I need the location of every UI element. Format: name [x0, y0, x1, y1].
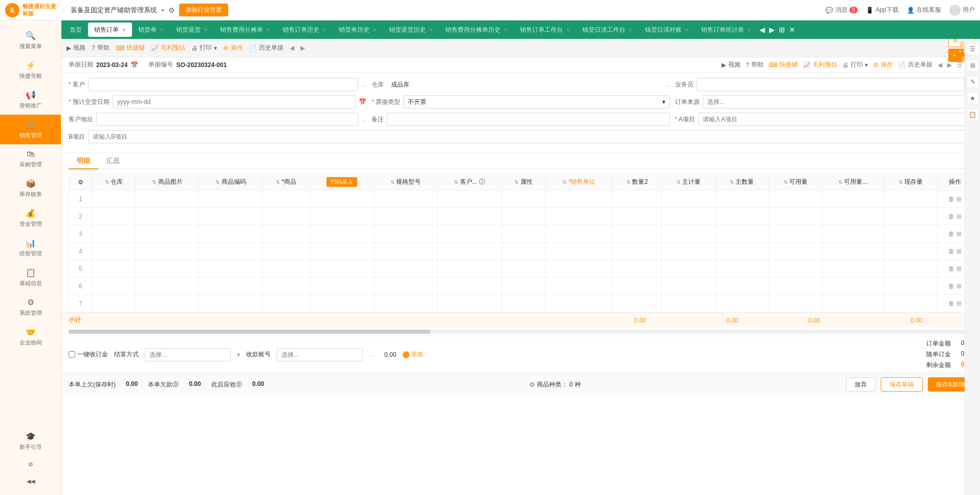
tab-sales-invoice-history[interactable]: 销货单历史 ✕ — [333, 23, 383, 37]
row-4-goods[interactable] — [263, 243, 310, 260]
col-main-qty-header[interactable]: ⇅ 主数量 — [715, 174, 768, 190]
row-4-attr[interactable] — [502, 243, 546, 260]
tab-close-sales-workbench[interactable]: ✕ — [566, 27, 570, 33]
row-5-unit[interactable] — [546, 260, 613, 277]
tab-close-all-btn[interactable]: ✕ — [787, 26, 797, 34]
tab-close-sales-return[interactable]: ✕ — [204, 27, 208, 33]
sidebar-item-sales[interactable]: 🛒 销售管理 — [0, 115, 61, 144]
row-4-main-unit[interactable] — [662, 243, 715, 260]
tab-detail[interactable]: 明细 — [69, 153, 98, 169]
row-3-qty2[interactable] — [613, 225, 662, 243]
tab-expand-btn[interactable]: ⊞ — [777, 26, 787, 34]
tab-sales-return[interactable]: 销货退货 ✕ — [170, 23, 214, 37]
col-customer-code-header[interactable]: ⇅ 客户... ⓘ — [437, 174, 502, 190]
sidebar-item-inventory[interactable]: 📦 库存核算 — [0, 174, 61, 203]
sidebar-item-newbie[interactable]: 🎓 新手引导 — [0, 426, 61, 456]
right-panel-layout-btn[interactable]: ☰ — [967, 43, 979, 55]
row-3-warehouse[interactable] — [92, 225, 136, 243]
col-warehouse-header[interactable]: ⇅ 仓库 — [92, 174, 136, 190]
row-5-available2[interactable] — [822, 260, 884, 277]
row-4-code[interactable] — [199, 243, 263, 260]
user-item[interactable]: 用户 — [949, 5, 975, 16]
tab-sales-order-history[interactable]: 销售订单历史 ✕ — [276, 23, 333, 37]
row-3-unit[interactable] — [546, 225, 613, 243]
right-panel-star-btn[interactable]: ★ — [967, 92, 979, 104]
row-4-unit[interactable] — [546, 243, 613, 260]
row-6-stock[interactable] — [884, 277, 937, 295]
row-5-customer-code[interactable] — [437, 260, 502, 277]
col-settings-header[interactable]: ⚙ — [69, 174, 92, 190]
row-4-qty2[interactable] — [613, 243, 662, 260]
tab-next-btn[interactable]: ▶ — [767, 26, 777, 34]
row-1-unit[interactable] — [546, 190, 613, 208]
account-input[interactable] — [277, 348, 363, 361]
sidebar-item-marketing[interactable]: 📢 营销推广 — [0, 85, 61, 115]
row-6-main-unit[interactable] — [662, 277, 715, 295]
row-5-qty2[interactable] — [613, 260, 662, 277]
row-7-code[interactable] — [199, 295, 263, 312]
save-draft-button[interactable]: 保存草稿 — [881, 377, 923, 392]
row-6-code[interactable] — [199, 277, 263, 295]
tab-sales-order[interactable]: 销售订单 ✕ — [88, 23, 132, 37]
row-6-main-qty[interactable] — [715, 277, 768, 295]
row-6-qty2[interactable] — [613, 277, 662, 295]
payment-method-dropdown[interactable]: ▾ — [237, 351, 240, 358]
row-6-attr[interactable] — [502, 277, 546, 295]
right-panel-edit-btn[interactable]: ✎ — [967, 76, 979, 88]
toolbar-operation[interactable]: ⚙ 操作 — [223, 44, 243, 52]
header-print-btn[interactable]: 🖨 打印 ▾ — [842, 60, 868, 69]
payment-method-input[interactable] — [145, 348, 231, 361]
tab-sales-expense[interactable]: 销售费用分摊单 ✕ — [214, 23, 276, 37]
row-4-available[interactable] — [769, 243, 822, 260]
address-input[interactable] — [96, 113, 358, 126]
row-2-available[interactable] — [769, 208, 822, 225]
row-3-image[interactable] — [136, 225, 199, 243]
system-dropdown-icon[interactable]: ▾ — [161, 7, 164, 14]
row-4-warehouse[interactable] — [92, 243, 136, 260]
col-code-header[interactable]: ⇅ 商品编码 — [199, 174, 263, 190]
col-main-unit-header[interactable]: ⇅ 主计量 — [662, 174, 715, 190]
row-6-available[interactable] — [769, 277, 822, 295]
tab-sales-stats[interactable]: 销售订单统计表 ✕ — [695, 23, 757, 37]
row-2-qty2[interactable] — [613, 208, 662, 225]
tab-summary[interactable]: 汇总 — [98, 153, 128, 169]
row-2-attr[interactable] — [502, 208, 546, 225]
sidebar-item-quicknav[interactable]: ⚡ 快捷导航 — [0, 55, 61, 85]
row-1-available[interactable] — [769, 190, 822, 208]
row-7-available[interactable] — [769, 295, 822, 312]
row-4-available2[interactable] — [822, 243, 884, 260]
row-2-copy-icon[interactable]: ⊞ — [956, 213, 962, 220]
row-4-image[interactable] — [136, 243, 199, 260]
row-6-spec[interactable] — [374, 277, 438, 295]
col-scan-header[interactable]: 扫码录入 — [310, 174, 374, 190]
row-5-goods[interactable] — [263, 260, 310, 277]
toolbar-help[interactable]: ? 帮助 — [92, 44, 110, 52]
tab-sales-workbench[interactable]: 销售订单工作台 ✕ — [514, 23, 576, 37]
tab-daily-reconcile[interactable]: 钱货日清对账 ✕ — [639, 23, 695, 37]
toolbar-history[interactable]: 📄 历史单据 — [249, 44, 284, 52]
row-6-goods[interactable] — [263, 277, 310, 295]
message-item[interactable]: 💬 消息 9 — [825, 6, 858, 14]
row-3-spec[interactable] — [374, 225, 438, 243]
tab-close-sales-stats[interactable]: ✕ — [747, 27, 751, 33]
row-5-spec[interactable] — [374, 260, 438, 277]
row-7-stock[interactable] — [884, 295, 937, 312]
toolbar-print[interactable]: 🖨 打印 ▾ — [191, 44, 217, 52]
header-help-btn[interactable]: ? 帮助 — [746, 60, 764, 69]
row-2-stock[interactable] — [884, 208, 937, 225]
solution-button[interactable]: 体验行业方案 — [179, 4, 228, 16]
remark-input[interactable] — [387, 113, 669, 126]
online-service-item[interactable]: 👤 在线客服 — [907, 6, 941, 14]
tab-home[interactable]: 首页 — [63, 23, 88, 37]
tab-close-sales-invoice-history[interactable]: ✕ — [373, 27, 377, 33]
invoice-type-select[interactable]: 不开票 ▾ — [403, 95, 669, 109]
row-2-code[interactable] — [199, 208, 263, 225]
row-7-copy-icon[interactable]: ⊞ — [956, 300, 962, 307]
app-download-item[interactable]: 📱 App下载 — [866, 6, 899, 14]
sidebar-item-purchase[interactable]: 🛍 采购管理 — [0, 144, 61, 174]
customer-input[interactable] — [88, 78, 358, 91]
a-project-input[interactable] — [698, 113, 973, 126]
settings-icon[interactable]: ⚙ — [168, 6, 175, 14]
row-5-main-qty[interactable] — [715, 260, 768, 277]
row-7-qty2[interactable] — [613, 295, 662, 312]
